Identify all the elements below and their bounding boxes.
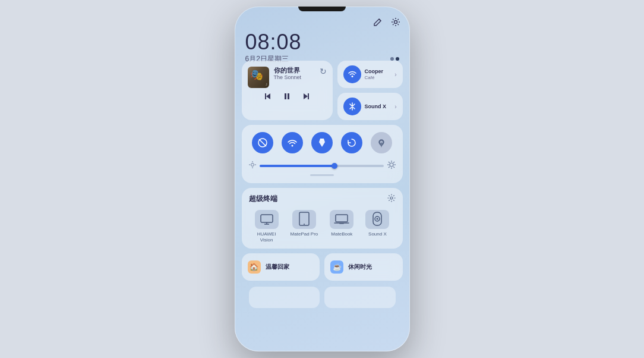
- header-icons: [235, 15, 410, 30]
- music-card-top: 🎭 你的世界 The Sonnet ↻: [248, 67, 327, 88]
- terminal-title: 超级终端: [249, 194, 277, 204]
- svg-point-38: [377, 218, 378, 220]
- svg-rect-12: [320, 139, 324, 140]
- svg-rect-2: [265, 93, 266, 99]
- svg-rect-29: [261, 215, 273, 222]
- music-refresh-icon[interactable]: ↻: [320, 67, 327, 76]
- device-vision-icon: [255, 210, 279, 229]
- svg-point-0: [394, 21, 397, 24]
- svg-line-9: [259, 139, 266, 146]
- svg-point-19: [390, 163, 393, 167]
- svg-line-27: [389, 167, 390, 168]
- svg-point-33: [304, 224, 305, 225]
- svg-line-25: [393, 167, 394, 168]
- device-matebook-icon: [330, 210, 353, 229]
- pause-button[interactable]: [282, 92, 292, 103]
- quick-leisure-label: 休闲时光: [348, 263, 372, 271]
- terminal-header: 超级终端: [249, 194, 396, 204]
- phone-frame: 08:08 6月2日星期三 🎭 你的世界 The Sonnet ↻: [235, 7, 410, 351]
- album-art: 🎭: [248, 67, 269, 88]
- device-item-matepad[interactable]: MatePad Pro: [291, 210, 318, 243]
- quick-btn-home[interactable]: 🏠 温馨回家: [242, 253, 320, 281]
- music-card[interactable]: 🎭 你的世界 The Sonnet ↻: [242, 61, 333, 120]
- wifi-icon: [343, 65, 361, 83]
- svg-point-14: [251, 164, 254, 167]
- bluetooth-label: Sound X: [365, 103, 392, 110]
- bluetooth-icon: [343, 98, 361, 115]
- svg-rect-6: [308, 93, 309, 99]
- terminal-settings-icon[interactable]: [387, 194, 396, 204]
- location-toggle[interactable]: [371, 132, 392, 153]
- svg-point-7: [351, 76, 353, 77]
- notch: [298, 7, 346, 11]
- brightness-min-icon: [249, 161, 256, 170]
- control-center: 🎭 你的世界 The Sonnet ↻: [235, 61, 410, 308]
- brightness-thumb: [332, 163, 337, 169]
- music-controls: [248, 92, 327, 103]
- album-figure-icon: 🎭: [250, 68, 263, 81]
- hint-btn-2: [324, 287, 396, 308]
- quick-btn-leisure[interactable]: ☕ 休闲时光: [324, 253, 403, 281]
- svg-marker-1: [266, 93, 270, 99]
- svg-point-28: [390, 197, 393, 199]
- flashlight-toggle[interactable]: [311, 132, 333, 153]
- hint-btn-1: [249, 287, 320, 308]
- device-matepad-label: MatePad Pro: [291, 231, 318, 237]
- music-artist: The Sonnet: [274, 74, 315, 81]
- device-vision-label: HUAWEIVision: [257, 231, 276, 243]
- leisure-quick-icon: ☕: [330, 260, 343, 274]
- toggle-row: [248, 132, 397, 153]
- quick-home-label: 温馨回家: [266, 263, 289, 271]
- rotate-toggle[interactable]: [341, 132, 362, 153]
- svg-line-26: [393, 162, 394, 163]
- svg-rect-32: [299, 212, 309, 225]
- device-item-vision[interactable]: HUAWEIVision: [255, 210, 279, 243]
- bluetooth-chevron-icon: ›: [394, 103, 396, 110]
- toggle-card: [242, 125, 403, 183]
- svg-rect-35: [339, 223, 344, 224]
- brightness-track[interactable]: [260, 165, 384, 167]
- device-matepad-icon: [292, 210, 316, 229]
- device-item-matebook[interactable]: MateBook: [330, 210, 353, 243]
- clock-time: 08:08: [245, 32, 399, 53]
- volume-line: [310, 174, 334, 176]
- super-terminal: 超级终端 HUA: [242, 188, 403, 249]
- device-row: HUAWEIVision MatePad Pro: [249, 210, 396, 243]
- silent-toggle[interactable]: [252, 132, 273, 153]
- edit-icon[interactable]: [372, 16, 384, 28]
- wifi-card-text: Cooper Café: [365, 68, 392, 80]
- svg-rect-34: [336, 215, 348, 222]
- prev-button[interactable]: [263, 92, 273, 103]
- next-button[interactable]: [301, 92, 311, 103]
- brightness-row: [248, 161, 397, 171]
- bluetooth-card-text: Sound X: [365, 103, 392, 110]
- device-item-soundx[interactable]: Sound X: [365, 210, 389, 243]
- device-soundx-label: Sound X: [368, 231, 387, 237]
- wifi-sublabel: Café: [365, 75, 392, 80]
- quick-actions: 🏠 温馨回家 ☕ 休闲时光: [242, 253, 403, 281]
- svg-marker-5: [304, 93, 308, 99]
- device-soundx-icon: [365, 210, 389, 229]
- svg-rect-4: [288, 93, 289, 99]
- music-info: 你的世界 The Sonnet: [274, 67, 315, 81]
- right-cards: Cooper Café › Sound X ›: [337, 61, 403, 120]
- wireless-toggle[interactable]: [282, 132, 303, 153]
- wifi-chevron-icon: ›: [394, 71, 396, 78]
- music-title: 你的世界: [274, 67, 315, 74]
- svg-line-24: [389, 162, 390, 163]
- settings-icon[interactable]: [390, 16, 402, 28]
- bluetooth-card[interactable]: Sound X ›: [337, 93, 403, 120]
- device-matebook-label: MateBook: [331, 231, 352, 237]
- volume-row: [248, 174, 397, 176]
- wifi-label: Cooper: [365, 68, 392, 75]
- brightness-max-icon: [387, 161, 396, 171]
- svg-point-10: [291, 145, 293, 147]
- wifi-card[interactable]: Cooper Café ›: [337, 61, 403, 88]
- top-row: 🎭 你的世界 The Sonnet ↻: [242, 61, 403, 120]
- home-quick-icon: 🏠: [248, 260, 261, 274]
- brightness-fill: [260, 165, 334, 167]
- bottom-hint: [242, 287, 403, 308]
- svg-rect-3: [285, 93, 286, 99]
